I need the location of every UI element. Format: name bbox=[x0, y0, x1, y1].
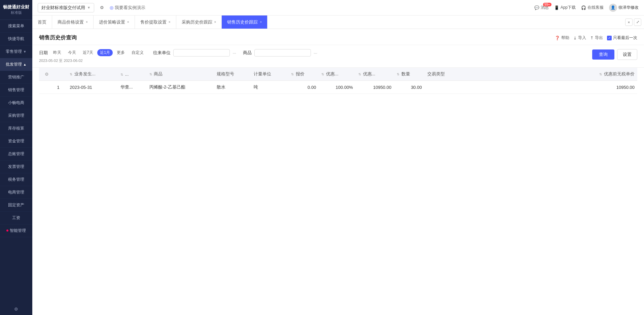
col-product[interactable]: ⇅ 商品 bbox=[147, 68, 214, 81]
product-input[interactable] bbox=[257, 50, 308, 55]
window-expand-btn[interactable]: ⤢ bbox=[634, 19, 641, 26]
page-content: 销售历史价查询 ❓ 帮助 ⤓ 导入 ⤒ 导出 ✓ 只看最后一次 bbox=[32, 29, 644, 315]
close-icon[interactable]: × bbox=[260, 20, 262, 24]
date-option-last7[interactable]: 近7天 bbox=[80, 49, 96, 56]
sidebar-item-fund[interactable]: 资金管理 bbox=[0, 135, 32, 148]
tab-sales-history[interactable]: 销售历史价跟踪 × bbox=[222, 15, 267, 29]
sidebar-item-retail[interactable]: 零售管理 ▼ bbox=[0, 45, 32, 58]
table-container: ⚙ ⇅ 业务发生... ⇅ ... ⇅ 商品 bbox=[32, 68, 644, 94]
tab-purchase-strategy[interactable]: 进价策略设置 × bbox=[94, 15, 135, 29]
row-spec: 散水 bbox=[214, 81, 251, 94]
row-pretax-price: 10950.00 bbox=[571, 81, 637, 94]
supplier-input-wrap bbox=[173, 49, 230, 57]
tab-product-price[interactable]: 商品价格设置 × bbox=[52, 15, 94, 29]
sidebar-item-sales[interactable]: 销售管理 bbox=[0, 84, 32, 97]
online-service-label: 在线客服 bbox=[587, 5, 604, 10]
sidebar-item-tax[interactable]: 税务管理 bbox=[0, 173, 32, 186]
topbar-settings-btn[interactable]: ⚙ bbox=[97, 3, 107, 13]
sidebar-item-ecommerce[interactable]: 电商管理 bbox=[0, 186, 32, 199]
col-discount-amt[interactable]: ⇅ 优惠... bbox=[356, 68, 394, 81]
sidebar-item-xiaochangec[interactable]: 小畅电商 bbox=[0, 97, 32, 109]
date-option-yesterday[interactable]: 昨天 bbox=[50, 49, 64, 56]
user-info[interactable]: 👤 徐泽华修改 bbox=[609, 4, 639, 12]
sort-icon: ⇅ bbox=[149, 72, 152, 76]
tab-sale-extract[interactable]: 售价提取设置 × bbox=[135, 15, 176, 29]
message-btn[interactable]: 💬 消息 99+ bbox=[534, 5, 549, 10]
supplier-input[interactable] bbox=[176, 50, 227, 55]
sidebar-item-inventory[interactable]: 库存核算 bbox=[0, 122, 32, 135]
date-option-more[interactable]: 更多 bbox=[114, 49, 128, 56]
product-filter: 商品 ··· bbox=[243, 49, 317, 57]
sidebar-item-quick-nav[interactable]: 快捷导航 bbox=[0, 33, 32, 45]
help-btn[interactable]: ❓ 帮助 bbox=[555, 35, 569, 41]
sidebar: 畅捷通好业财 标准版 搜索菜单 快捷导航 零售管理 ▼ 批发管理 ▲ 营销推广 … bbox=[0, 0, 32, 315]
sidebar-item-label: 工资 bbox=[12, 215, 20, 220]
app-download-btn[interactable]: 📱 App下载 bbox=[554, 5, 576, 10]
topbar-left: 好业财标准版交付试用 ▼ ⚙ ◎ 我要看实例演示 bbox=[38, 3, 530, 13]
close-icon[interactable]: × bbox=[86, 20, 88, 24]
row-qty: 30.00 bbox=[394, 81, 424, 94]
sidebar-item-purchase[interactable]: 采购管理 bbox=[0, 109, 32, 122]
sidebar-item-fixed-assets[interactable]: 固定资产 bbox=[0, 199, 32, 212]
online-service-btn[interactable]: 🎧 在线客服 bbox=[581, 5, 604, 10]
tab-label: 进价策略设置 bbox=[99, 19, 125, 25]
checkbox-checked-icon: ✓ bbox=[607, 36, 612, 40]
export-btn[interactable]: ⤒ 导出 bbox=[590, 35, 603, 41]
col-price[interactable]: ⇅ 报价 bbox=[288, 68, 319, 81]
col-more1[interactable]: ⇅ ... bbox=[118, 68, 147, 81]
chevron-down-icon: ▼ bbox=[87, 6, 91, 9]
tab-purchase-history[interactable]: 采购历史价跟踪 × bbox=[176, 15, 222, 29]
close-icon[interactable]: × bbox=[127, 20, 129, 24]
product-more-btn[interactable]: ··· bbox=[314, 50, 317, 56]
sidebar-item-search[interactable]: 搜索菜单 bbox=[0, 20, 32, 33]
only-last-checkbox[interactable]: ✓ 只看最后一次 bbox=[607, 35, 637, 41]
version-selector[interactable]: 好业财标准版交付试用 ▼ bbox=[38, 3, 94, 12]
settings-btn[interactable]: 设置 bbox=[617, 49, 637, 60]
sort-icon: ⇅ bbox=[70, 72, 72, 76]
date-option-today[interactable]: 今天 bbox=[65, 49, 79, 56]
supplier-filter: 往来单位 ··· bbox=[153, 49, 236, 57]
supplier-label: 往来单位 bbox=[153, 50, 171, 56]
table-row[interactable]: 1 2023-05-31 华查... 丙烯酸-2-乙基己酯 散水 吨 0.00 … bbox=[39, 81, 637, 94]
question-icon: ❓ bbox=[555, 36, 560, 40]
close-icon[interactable]: × bbox=[214, 20, 216, 24]
supplier-more-btn[interactable]: ··· bbox=[232, 50, 236, 56]
sidebar-item-smart[interactable]: 智能管理 bbox=[0, 224, 32, 237]
query-btn[interactable]: 查询 bbox=[592, 49, 614, 60]
tab-home[interactable]: 首页 bbox=[32, 15, 52, 29]
row-trade-type bbox=[425, 81, 462, 94]
sidebar-item-label: 发票管理 bbox=[8, 164, 24, 169]
sidebar-item-invoice[interactable]: 发票管理 bbox=[0, 161, 32, 173]
export-label: 导出 bbox=[595, 35, 603, 41]
tabbar: 首页 商品价格设置 × 进价策略设置 × 售价提取设置 × 采购历史价跟踪 × … bbox=[32, 15, 644, 29]
demo-label: 我要看实例演示 bbox=[115, 5, 145, 11]
sidebar-item-marketing[interactable]: 营销推广 bbox=[0, 71, 32, 84]
close-icon[interactable]: × bbox=[169, 20, 171, 24]
sort-icon: ⇅ bbox=[599, 72, 602, 76]
col-business-date[interactable]: ⇅ 业务发生... bbox=[67, 68, 117, 81]
import-btn[interactable]: ⤓ 导入 bbox=[573, 35, 586, 41]
sidebar-settings-btn[interactable]: ⚙ bbox=[0, 303, 32, 315]
demo-link[interactable]: ◎ 我要看实例演示 bbox=[110, 5, 145, 11]
col-discount-rate[interactable]: ⇅ 优惠... bbox=[319, 68, 356, 81]
phone-icon: 📱 bbox=[554, 5, 559, 10]
row-more1: 华查... bbox=[118, 81, 147, 94]
row-settings[interactable] bbox=[39, 81, 55, 94]
sidebar-item-general-ledger[interactable]: 总账管理 bbox=[0, 148, 32, 161]
col-pretax-price[interactable]: ⇅ 优惠前无税单价 bbox=[571, 68, 637, 81]
sidebar-item-label: 固定资产 bbox=[8, 203, 24, 207]
gear-icon: ⚙ bbox=[100, 5, 104, 10]
date-option-custom[interactable]: 自定义 bbox=[129, 49, 146, 56]
sidebar-item-label: 资金管理 bbox=[8, 139, 24, 143]
row-spacer bbox=[462, 81, 571, 94]
sidebar-item-wholesale[interactable]: 批发管理 ▲ bbox=[0, 58, 32, 71]
window-close-btn[interactable]: × bbox=[625, 19, 633, 26]
col-settings[interactable]: ⚙ bbox=[39, 68, 55, 81]
col-qty[interactable]: ⇅ 数量 bbox=[394, 68, 424, 81]
import-icon: ⤓ bbox=[573, 36, 577, 40]
sidebar-item-salary[interactable]: 工资 bbox=[0, 212, 32, 224]
sidebar-item-label: 税务管理 bbox=[8, 177, 24, 182]
date-option-last1m[interactable]: 近1月 bbox=[97, 49, 113, 56]
product-input-wrap bbox=[254, 49, 311, 57]
sidebar-item-label: 小畅电商 bbox=[8, 100, 24, 105]
